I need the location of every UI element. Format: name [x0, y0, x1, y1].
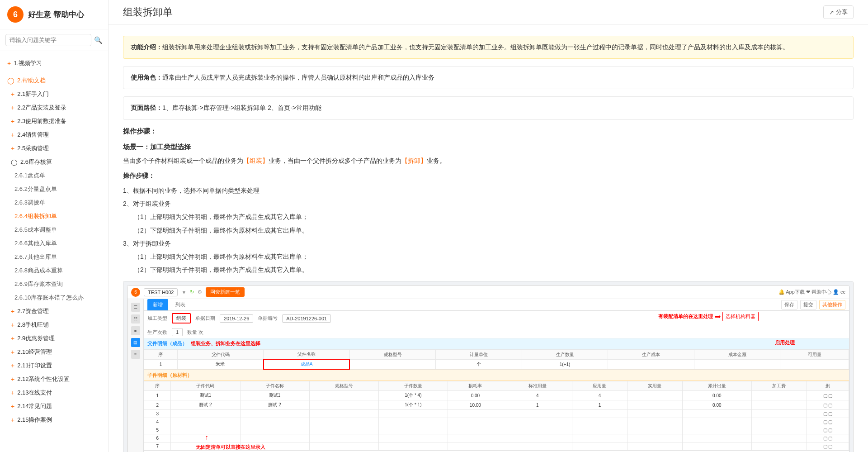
th-seq1: 序 — [144, 350, 178, 360]
func-intro-label: 功能介绍： — [131, 43, 162, 51]
screenshot-doc-area: 新增 列表 保存 提交 其他操作 加工类型 — [144, 299, 849, 452]
bt-accum-qty: 累计出量 — [682, 381, 751, 391]
sidebar-item-helpdoc[interactable]: ◯ 2.帮助文档 — [0, 74, 108, 87]
sidebar-item-coupon[interactable]: + 2.9优惠券管理 — [0, 332, 108, 345]
sidebar-item-inventory[interactable]: ◯ 2.6库存核算 — [0, 155, 108, 169]
screenshot-sidebar-icon4: ▤ — [131, 338, 140, 347]
path-text: 1、库存核算->库存管理->组装拆卸单 2、首页->常用功能 — [162, 104, 321, 111]
highlight-assembly: 【组装】 — [243, 157, 269, 164]
sidebar-item-print[interactable]: + 2.11打印设置 — [0, 359, 108, 372]
nav-section-2: ◯ 2.帮助文档 + 2.1新手入门 + 2.2产品安装及登录 + 2.3使用前… — [0, 72, 108, 428]
sidebar-item-costrecalc[interactable]: 2.6.8商品成本重算 — [0, 264, 108, 277]
screenshot-form-no-val: AD-20191226-001 — [282, 314, 331, 323]
screenshot-sidebar-icon1: ☰ — [131, 303, 140, 312]
sidebar-item-transfer[interactable]: 2.6.3调拨单 — [0, 196, 108, 209]
bt-spec: 规格型号 — [309, 381, 378, 391]
app-title: 好生意 帮助中心 — [28, 10, 84, 20]
th-cost-amt: 成本金额 — [694, 350, 780, 360]
th-prod-cost: 生产成本 — [608, 350, 694, 360]
screenshot-section-title: 父件明细（成品） — [147, 340, 187, 347]
table-row-1: 1 米米 成品A 个 1(+1) — [144, 359, 849, 369]
screenshot-form-row1: 加工类型 组装 单据日期 2019-12-26 单据编号 AD-20191226… — [144, 311, 849, 326]
annotation-no-bom: 无固定清单可以直接在这里录入 — [196, 444, 265, 451]
screenshot-form-date-val: 2019-12-26 — [220, 314, 253, 323]
content-area: 功能介绍：组装拆卸单用来处理企业组装或拆卸等加工业务，支持有固定装配清单的产品加… — [108, 25, 868, 452]
step2-sub2: （2）下部明细为子件明细，最终作为原材料生成其它出库单。 — [134, 225, 854, 236]
sidebar-item-sysconfig[interactable]: + 2.12系统个性化设置 — [0, 372, 108, 386]
sidebar-item-install[interactable]: + 2.2产品安装及登录 — [0, 101, 108, 114]
th-prod-qty: 生产数量 — [522, 350, 608, 360]
th-spec: 规格型号 — [349, 350, 436, 360]
plus-icon-s2-4: + — [11, 131, 14, 138]
sidebar-item-costadjust[interactable]: 2.6.5成本调整单 — [0, 223, 108, 237]
screenshot-action-btn2: 提交 — [800, 300, 816, 309]
plus-icon-s2-1: + — [11, 90, 14, 98]
sidebar-item-purchase[interactable]: + 2.5采购管理 — [0, 142, 108, 155]
sidebar-item-cases[interactable]: + 2.15操作案例 — [0, 413, 108, 427]
screenshot-tab-list: 列表 — [170, 299, 191, 310]
scenario-desc: 当由多个子件材料组装成一个成品的业务为【组装】业务，当由一个父件拆分成多个子产品… — [123, 155, 854, 167]
screenshot-app-logo: 6 — [131, 288, 140, 297]
plus-icon-s2-8: + — [11, 321, 14, 328]
annotation-enable-text: 启用处理 — [775, 339, 795, 346]
bt-loss: 损耗率 — [448, 381, 503, 391]
sidebar-item-otheroutstock[interactable]: 2.6.7其他出库单 — [0, 250, 108, 264]
sidebar-item-ledgerquery[interactable]: 2.6.9库存账本查询 — [0, 277, 108, 291]
step2-subs: （1）上部明细为父件明细，最终作为产成品生成其它入库单； （2）下部明细为子件明… — [123, 211, 854, 236]
sidebar-item-newbie[interactable]: + 2.1新手入门 — [0, 87, 108, 101]
screenshot-qty-label: 生产次数 — [147, 329, 167, 336]
sidebar: 6 好生意 帮助中心 🔍 + 1.视频学习 ◯ 2.帮助文档 + 2.1新手入门 — [0, 0, 108, 452]
search-icon[interactable]: 🔍 — [94, 36, 103, 44]
ops-steps-label: 操作步骤： — [123, 170, 854, 181]
bt-del: 删 — [807, 381, 849, 391]
th-parent-code: 父件代码 — [177, 350, 264, 360]
screenshot-mini-sidebar: ☰ ☷ ■ ▤ ≡ — [127, 299, 144, 452]
plus-icon-s2-14: + — [11, 403, 14, 410]
sidebar-item-otherinstock[interactable]: 2.6.6其他入库单 — [0, 237, 108, 250]
path-box: 页面路径：1、库存核算->库存管理->组装拆卸单 2、首页->常用功能 — [123, 96, 854, 119]
screenshot-top-table: 序 父件代码 父件名称 规格型号 计量单位 生产数量 生产成本 成本金额 可用量 — [144, 349, 849, 370]
sidebar-item-dataprep[interactable]: + 2.3使用前数据准备 — [0, 114, 108, 128]
role-text: 通常由生产人员或库管人员完成拆装业务的操作，库管人员确认原材料的出库和产成品的入… — [162, 74, 434, 81]
sidebar-item-ledgererror[interactable]: 2.6.10库存账本错了怎么办 — [0, 291, 108, 305]
screenshot-settings-icon: ⚙ — [198, 289, 202, 295]
bt-child-qty: 子件数量 — [378, 381, 448, 391]
sidebar-item-operation[interactable]: + 2.10经营管理 — [0, 345, 108, 359]
search-box[interactable]: 🔍 — [0, 29, 108, 51]
sidebar-item-payment[interactable]: + 2.13在线支付 — [0, 386, 108, 400]
sidebar-nav: + 1.视频学习 ◯ 2.帮助文档 + 2.1新手入门 + 2.2产品安装及登录… — [0, 51, 108, 452]
screenshot-company: TEST-H002 — [144, 288, 178, 296]
sidebar-item-mobile[interactable]: + 2.8手机旺铺 — [0, 318, 108, 332]
sidebar-item-video[interactable]: + 1.视频学习 — [0, 57, 108, 70]
screenshot-sidebar-icon3: ■ — [131, 326, 140, 335]
th-parent-name: 父件名称 — [264, 350, 350, 360]
step-1: 1、根据不同的业务，选择不同单据的类型来处理 — [123, 185, 854, 196]
screenshot-bottom-section: 子件明细（原材料） — [144, 370, 849, 381]
bt-seq: 序 — [144, 381, 171, 391]
sidebar-item-faq[interactable]: + 2.14常见问题 — [0, 400, 108, 413]
role-label: 使用角色： — [131, 74, 162, 81]
plus-icon-s2-10: + — [11, 348, 14, 356]
step-2: 2、对于组装业务 — [123, 198, 854, 209]
bt-applied-qty: 应用量 — [572, 381, 627, 391]
sidebar-item-stockcheck[interactable]: 2.6.1盘点单 — [0, 169, 108, 182]
share-button[interactable]: ↗ 分享 — [823, 5, 854, 19]
sidebar-item-partstock[interactable]: 2.6.2分量盘点单 — [0, 182, 108, 196]
annotation-fixed-bom: 有装配清单的在这里处理 ➡ 选择机构料器 — [658, 312, 759, 321]
screenshot-tabs: 新增 列表 保存 提交 其他操作 — [144, 299, 849, 311]
screenshot-qty-unit: 数量 次 — [187, 329, 203, 336]
screenshot-tab-actions: 保存 提交 其他操作 — [781, 300, 845, 309]
plus-icon-s2-3: + — [11, 118, 14, 125]
sidebar-item-finance[interactable]: + 2.7资金管理 — [0, 305, 108, 318]
path-label: 页面路径： — [131, 104, 162, 111]
plus-icon-s2-2: + — [11, 104, 14, 111]
sidebar-item-sales[interactable]: + 2.4销售管理 — [0, 128, 108, 142]
screenshot-sidebar-icon2: ☷ — [131, 314, 140, 324]
search-input[interactable] — [5, 34, 91, 46]
sidebar-item-assembly[interactable]: 2.6.4组装拆卸单 — [0, 209, 108, 223]
minus-icon: ◯ — [7, 77, 14, 84]
plus-icon: + — [7, 60, 11, 67]
screenshot-form-no-label: 单据编号 — [258, 315, 278, 322]
plus-icon-s2-5: + — [11, 145, 14, 152]
func-intro-box: 功能介绍：组装拆卸单用来处理企业组装或拆卸等加工业务，支持有固定装配清单的产品加… — [123, 36, 854, 59]
